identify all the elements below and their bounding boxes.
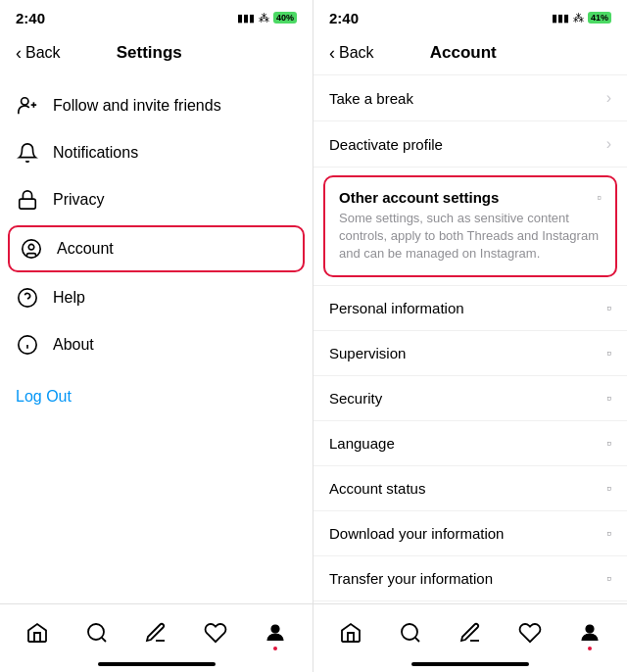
svg-line-12 — [102, 637, 106, 641]
page-title-right: Account — [374, 43, 553, 63]
info-circle-icon — [16, 333, 39, 357]
privacy-label: Privacy — [53, 191, 104, 209]
back-button-right[interactable]: ‹ Back — [329, 43, 374, 64]
external-icon-download: ▫ — [606, 525, 611, 541]
account-item-deactivate[interactable]: Deactivate profile › — [314, 121, 627, 168]
tab-bar-left — [0, 603, 313, 672]
deactivate-label: Deactivate profile — [329, 136, 443, 153]
time-left: 2:40 — [16, 10, 45, 26]
take-break-label: Take a break — [329, 90, 413, 107]
svg-rect-3 — [20, 199, 36, 209]
tab-home-left[interactable] — [16, 615, 59, 650]
menu-item-help[interactable]: Help — [0, 274, 313, 321]
tab-heart-right[interactable] — [508, 615, 552, 650]
account-item-status[interactable]: Account status ▫ — [314, 466, 627, 511]
other-account-settings-card[interactable]: Other account settings ▫ Some settings, … — [323, 175, 617, 277]
page-title-left: Settings — [61, 43, 238, 63]
home-bar-left — [98, 662, 216, 666]
battery-right: 41% — [588, 12, 611, 24]
right-panel: 2:40 ▮▮▮ ⁂ 41% ‹ Back Account Take a bre… — [314, 0, 627, 672]
account-item-download[interactable]: Download your information ▫ — [314, 511, 627, 556]
account-item-transfer[interactable]: Transfer your information ▫ — [314, 556, 627, 601]
external-icon-status: ▫ — [606, 480, 611, 496]
tab-profile-right[interactable] — [568, 615, 611, 650]
svg-point-13 — [271, 625, 279, 633]
external-icon-security: ▫ — [606, 390, 611, 406]
help-label: Help — [53, 289, 85, 307]
account-simple-items: Take a break › Deactivate profile › — [314, 74, 627, 168]
menu-item-follow[interactable]: Follow and invite friends — [0, 82, 313, 129]
external-icon-language: ▫ — [606, 435, 611, 451]
svg-point-6 — [19, 289, 36, 307]
back-button-left[interactable]: ‹ Back — [16, 43, 61, 64]
menu-item-logout[interactable]: Log Out — [0, 376, 313, 417]
account-sub-items: Personal information ▫ Supervision ▫ Sec… — [314, 285, 627, 601]
tab-heart-left[interactable] — [194, 615, 237, 650]
other-settings-desc: Some settings, such as sensitive content… — [339, 210, 602, 264]
notifications-label: Notifications — [53, 144, 138, 162]
home-bar-right — [411, 662, 529, 666]
left-panel: 2:40 ▮▮▮ ⁂ 40% ‹ Back Settings — [0, 0, 314, 672]
logout-label: Log Out — [16, 388, 72, 406]
tab-compose-right[interactable] — [449, 615, 492, 650]
svg-point-0 — [22, 98, 28, 105]
svg-point-4 — [23, 240, 40, 258]
person-circle-icon — [20, 237, 43, 261]
svg-point-5 — [28, 244, 34, 250]
account-item-security[interactable]: Security ▫ — [314, 376, 627, 421]
lock-icon — [16, 188, 39, 212]
back-label-right: Back — [339, 44, 374, 62]
battery-left: 40% — [273, 12, 297, 24]
nav-header-left: ‹ Back Settings — [0, 31, 313, 74]
profile-dot-right — [588, 647, 592, 650]
transfer-info-label: Transfer your information — [329, 570, 493, 587]
back-chevron-left: ‹ — [16, 43, 22, 64]
tab-home-right[interactable] — [329, 615, 372, 650]
about-label: About — [53, 336, 94, 354]
security-label: Security — [329, 390, 382, 407]
status-bar-left: 2:40 ▮▮▮ ⁂ 40% — [0, 0, 313, 31]
external-icon-transfer: ▫ — [606, 570, 611, 586]
tab-compose-left[interactable] — [134, 615, 177, 650]
external-link-icon-other: ▫ — [597, 190, 602, 205]
profile-dot-left — [273, 647, 277, 650]
account-item-personal-info[interactable]: Personal information ▫ — [314, 285, 627, 331]
account-label: Account — [57, 240, 114, 258]
time-right: 2:40 — [329, 10, 359, 26]
svg-line-15 — [415, 637, 419, 641]
supervision-label: Supervision — [329, 345, 406, 361]
svg-point-14 — [402, 624, 417, 640]
external-icon-personal: ▫ — [606, 300, 611, 315]
svg-point-16 — [586, 625, 594, 633]
status-bar-right: 2:40 ▮▮▮ ⁂ 41% — [314, 0, 627, 31]
account-item-supervision[interactable]: Supervision ▫ — [314, 331, 627, 376]
tab-search-right[interactable] — [389, 615, 432, 650]
svg-point-11 — [88, 624, 104, 640]
download-info-label: Download your information — [329, 525, 504, 542]
bell-icon — [16, 141, 39, 165]
settings-menu: Follow and invite friends Notifications … — [0, 74, 313, 603]
status-icons-right: ▮▮▮ ⁂ 41% — [552, 12, 611, 24]
back-label-left: Back — [25, 44, 61, 62]
status-icons-left: ▮▮▮ ⁂ 40% — [237, 12, 297, 24]
personal-info-label: Personal information — [329, 300, 464, 316]
account-item-take-break[interactable]: Take a break › — [314, 74, 627, 121]
account-status-label: Account status — [329, 480, 425, 497]
menu-item-notifications[interactable]: Notifications — [0, 129, 313, 176]
external-icon-supervision: ▫ — [606, 345, 611, 360]
question-circle-icon — [16, 286, 39, 310]
nav-header-right: ‹ Back Account — [314, 31, 627, 74]
menu-item-privacy[interactable]: Privacy — [0, 176, 313, 223]
menu-item-about[interactable]: About — [0, 321, 313, 368]
language-label: Language — [329, 435, 395, 452]
tab-search-left[interactable] — [75, 615, 119, 650]
tab-profile-left[interactable] — [254, 615, 297, 650]
menu-item-account[interactable]: Account — [8, 225, 305, 272]
account-item-language[interactable]: Language ▫ — [314, 421, 627, 466]
other-settings-title: Other account settings ▫ — [339, 189, 602, 206]
chevron-right-deactivate: › — [606, 135, 611, 153]
person-plus-icon — [16, 94, 39, 118]
tab-bar-right — [314, 603, 627, 672]
chevron-right-take-break: › — [606, 89, 611, 107]
follow-label: Follow and invite friends — [53, 97, 221, 115]
